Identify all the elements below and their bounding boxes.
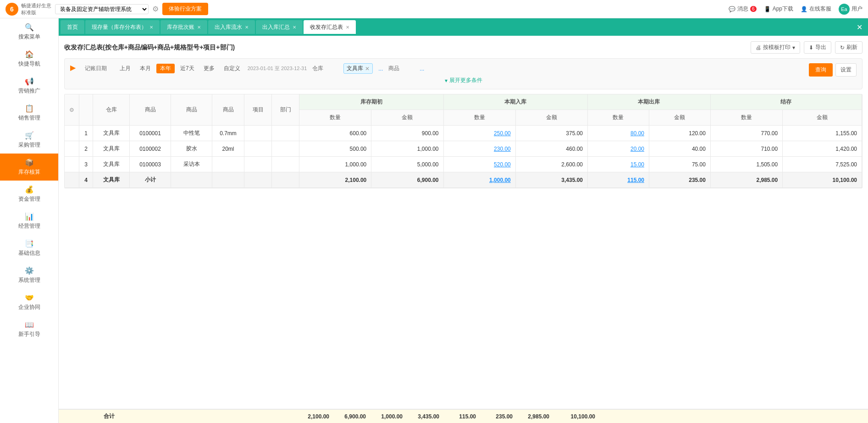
print-template-btn[interactable]: 🖨 按模板打印 ▾ — [751, 41, 800, 54]
footer-in-amt: 3,435.00 — [407, 413, 444, 420]
row-balance-qty: 770.00 — [710, 126, 782, 141]
expand-conditions-btn[interactable]: ▾ 展开更多条件 — [70, 77, 857, 84]
col-project: 项目 — [244, 94, 272, 126]
date-btn-custom[interactable]: 自定义 — [220, 64, 244, 73]
brand-name: 畅捷通好生意 标准版 — [21, 2, 51, 16]
row-settings — [65, 126, 79, 141]
subtotal-in-qty[interactable]: 1,000.00 — [443, 172, 515, 188]
message-btn[interactable]: 💬 消息 6 — [729, 5, 757, 13]
row-warehouse: 文具库 — [93, 126, 130, 141]
enterprise-icon: 🤝 — [25, 293, 34, 302]
date-btn-7days[interactable]: 近7天 — [177, 64, 198, 73]
search-icon: 🔍 — [25, 23, 34, 32]
chevron-down-icon: ▾ — [792, 44, 795, 51]
filter-expand-icon[interactable]: ▶ — [70, 63, 76, 72]
subtotal-out-amt: 235.00 — [649, 172, 710, 188]
app-download-btn[interactable]: 📱 App下载 — [764, 5, 793, 13]
row-in-qty[interactable]: 230.00 — [443, 141, 515, 157]
row-out-qty[interactable]: 15.00 — [588, 157, 649, 172]
export-btn[interactable]: ⬇ 导出 — [804, 41, 831, 54]
tab-stock-flow[interactable]: 出入库流水 ✕ — [208, 20, 255, 34]
sidebar-item-inventory[interactable]: 📦 库存核算 — [0, 154, 58, 181]
online-service-btn[interactable]: 👤 在线客服 — [801, 5, 831, 13]
row-balance-amt: 1,155.00 — [783, 126, 862, 141]
warehouse-dots[interactable]: ... — [378, 66, 383, 72]
row-out-qty[interactable]: 80.00 — [588, 126, 649, 141]
sidebar-item-system[interactable]: ⚙️ 系统管理 — [0, 262, 58, 289]
sidebar-item-enterprise[interactable]: 🤝 企业协同 — [0, 289, 58, 316]
footer-opening-qty: 2,100.00 — [297, 413, 334, 420]
query-btn[interactable]: 查询 — [809, 63, 833, 77]
date-btn-last-month[interactable]: 上月 — [116, 64, 134, 73]
sidebar-item-search[interactable]: 🔍 搜索菜单 — [0, 18, 58, 45]
row-out-amt: 40.00 — [649, 141, 710, 157]
settings-filter-btn[interactable]: 设置 — [835, 63, 857, 77]
tab-close-icon[interactable]: ✕ — [346, 25, 349, 30]
sidebar-item-finance[interactable]: 💰 资金管理 — [0, 181, 58, 208]
date-btn-this-month[interactable]: 本月 — [136, 64, 155, 73]
row-balance-qty: 1,505.00 — [710, 157, 782, 172]
warehouse-tag-remove[interactable]: ✕ — [365, 66, 370, 72]
home-icon: 🏠 — [25, 50, 34, 59]
tab-stock-dist[interactable]: 现存量（库存分布表） ✕ — [85, 20, 160, 34]
subtotal-opening-amt: 6,900.00 — [371, 172, 443, 188]
date-btn-this-year[interactable]: 本年 — [156, 64, 175, 73]
content-area: 首页 现存量（库存分布表） ✕ 库存批次账 ✕ 出入库流水 ✕ 出入库汇总 ✕ — [59, 18, 868, 423]
user-btn[interactable]: Ea 用户 — [839, 4, 862, 15]
row-opening-qty: 600.00 — [299, 126, 371, 141]
tab-batch-ledger[interactable]: 库存批次账 ✕ — [160, 20, 207, 34]
row-out-qty[interactable]: 20.00 — [588, 141, 649, 157]
row-dept — [272, 141, 299, 157]
tab-stock-summary[interactable]: 出入库汇总 ✕ — [256, 20, 303, 34]
sidebar-item-marketing[interactable]: 📢 营销推广 — [0, 72, 58, 99]
col-in-qty: 数量 — [443, 110, 515, 126]
subtotal-out-qty[interactable]: 115.00 — [588, 172, 649, 188]
row-code: 0100002 — [130, 141, 171, 157]
sidebar-item-sales[interactable]: 📋 销售管理 — [0, 99, 58, 126]
row-opening-qty: 1,000.00 — [299, 157, 371, 172]
refresh-btn[interactable]: ↻ 刷新 — [835, 41, 862, 54]
service-icon: 👤 — [801, 6, 807, 12]
tab-recv-send-summary[interactable]: 收发存汇总表 ✕ — [304, 20, 356, 34]
tab-close-icon[interactable]: ✕ — [149, 25, 153, 30]
try-btn[interactable]: 体验行业方案 — [162, 3, 208, 15]
data-table: ⚙ 仓库 商品 商品 商品 项目 部门 库存期初 本期入库 — [65, 94, 862, 188]
app-container: 6 畅捷通好生意 标准版 装备及固定资产辅助管理系统 ⚙ 体验行业方案 💬 消息… — [0, 0, 868, 423]
table-settings-icon[interactable]: ⚙ — [69, 107, 74, 113]
subtotal-empty1 — [171, 172, 212, 188]
subtotal-empty2 — [212, 172, 244, 188]
sidebar-item-purchase[interactable]: 🛒 采购管理 — [0, 126, 58, 154]
settings-icon[interactable]: ⚙ — [152, 5, 159, 13]
system-title-select[interactable]: 装备及固定资产辅助管理系统 — [55, 4, 149, 14]
col-code: 商品 — [130, 94, 171, 126]
tab-close-icon[interactable]: ✕ — [245, 25, 249, 30]
col-out-group: 本期出库 — [588, 94, 711, 110]
row-warehouse: 文具库 — [93, 157, 130, 172]
sidebar-item-quick-nav[interactable]: 🏠 快捷导航 — [0, 45, 58, 72]
sidebar-item-operation[interactable]: 📊 经营管理 — [0, 208, 58, 235]
subtotal-empty3 — [244, 172, 272, 188]
row-seq: 1 — [79, 126, 93, 141]
page-title: 收发存汇总表(按仓库+商品编码+商品+规格型号+项目+部门) — [64, 44, 235, 52]
row-in-qty[interactable]: 250.00 — [443, 126, 515, 141]
tab-home[interactable]: 首页 — [61, 20, 84, 34]
tab-close-icon[interactable]: ✕ — [293, 25, 296, 30]
sidebar-item-basic[interactable]: 📑 基础信息 — [0, 235, 58, 262]
row-in-amt: 2,600.00 — [515, 157, 587, 172]
tab-close-all-btn[interactable]: ✕ — [853, 23, 866, 32]
subtotal-opening-qty: 2,100.00 — [299, 172, 371, 188]
tab-close-icon[interactable]: ✕ — [197, 25, 201, 30]
date-btn-more[interactable]: 更多 — [200, 64, 218, 73]
row-in-qty[interactable]: 520.00 — [443, 157, 515, 172]
message-icon: 💬 — [729, 6, 735, 12]
table-row: 3 文具库 0100003 采访本 1,000.00 5,000.00 520.… — [65, 157, 862, 172]
row-project — [244, 157, 272, 172]
table-container: ⚙ 仓库 商品 商品 商品 项目 部门 库存期初 本期入库 — [64, 94, 862, 188]
header-actions: 🖨 按模板打印 ▾ ⬇ 导出 ↻ 刷新 — [751, 41, 862, 54]
sidebar-item-guide[interactable]: 📖 新手引导 — [0, 316, 58, 343]
page-content: 收发存汇总表(按仓库+商品编码+商品+规格型号+项目+部门) 🖨 按模板打印 ▾… — [59, 36, 868, 409]
goods-dots[interactable]: ... — [420, 66, 424, 72]
inventory-icon: 📦 — [25, 158, 34, 167]
row-name: 采访本 — [171, 157, 212, 172]
filter-row-1: 记账日期 上月 本月 本年 近7天 更多 自定义 2023-01-01 至 20… — [85, 63, 857, 74]
